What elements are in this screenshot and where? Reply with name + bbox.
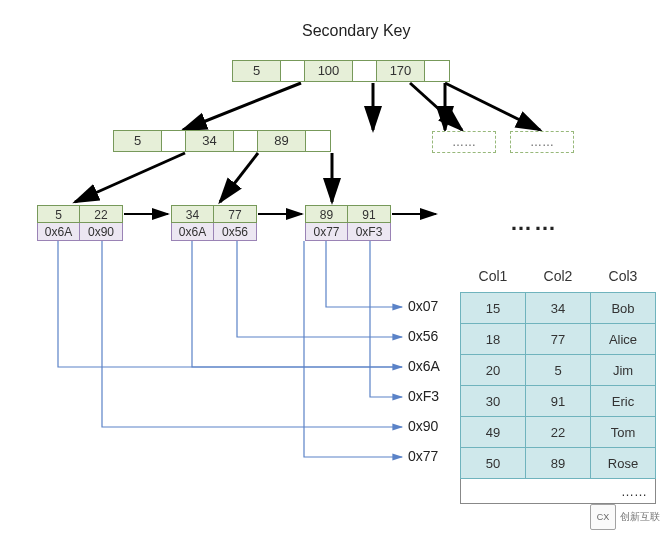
data-table: Col1 Col2 Col3 15 34 Bob 18 77 Alice 20 … bbox=[460, 262, 656, 504]
leaf-ptr: 0x90 bbox=[80, 223, 123, 241]
watermark-text: 创新互联 bbox=[620, 510, 660, 524]
diagram-title: Secondary Key bbox=[302, 22, 411, 40]
table-cell: 30 bbox=[461, 386, 526, 417]
internal-key: 34 bbox=[186, 131, 234, 151]
leaf-key: 34 bbox=[171, 205, 214, 223]
root-key: 100 bbox=[305, 61, 353, 81]
table-cell: 22 bbox=[526, 417, 591, 448]
diagram-canvas: Secondary Key 5 100 170 5 34 89 …… …… 5 … bbox=[0, 0, 664, 534]
internal-ptr bbox=[306, 131, 330, 151]
pointer-label: 0x90 bbox=[408, 418, 438, 434]
table-cell: Bob bbox=[591, 293, 656, 324]
table-cell: 49 bbox=[461, 417, 526, 448]
root-ptr bbox=[353, 61, 377, 81]
pointer-label: 0x56 bbox=[408, 328, 438, 344]
internal-ptr bbox=[162, 131, 186, 151]
pointer-label: 0xF3 bbox=[408, 388, 439, 404]
table-cell: Rose bbox=[591, 448, 656, 479]
table-row: 49 22 Tom bbox=[461, 417, 656, 448]
leaf-ptr: 0x56 bbox=[214, 223, 257, 241]
root-ptr bbox=[425, 61, 449, 81]
internal-key: 89 bbox=[258, 131, 306, 151]
root-key: 170 bbox=[377, 61, 425, 81]
table-cell: 50 bbox=[461, 448, 526, 479]
leaf-key: 91 bbox=[348, 205, 391, 223]
table-cell: 89 bbox=[526, 448, 591, 479]
table-row: 18 77 Alice bbox=[461, 324, 656, 355]
watermark-logo-icon: CX bbox=[590, 504, 616, 530]
watermark: CX 创新互联 bbox=[590, 504, 660, 530]
table-row: 20 5 Jim bbox=[461, 355, 656, 386]
btree-internal-node: 5 34 89 bbox=[113, 130, 331, 152]
leaf-ptr: 0x6A bbox=[171, 223, 214, 241]
svg-line-0 bbox=[183, 83, 301, 130]
table-footer-cell: …… bbox=[461, 479, 656, 504]
table-cell: Alice bbox=[591, 324, 656, 355]
root-key: 5 bbox=[233, 61, 281, 81]
leaf-key: 5 bbox=[37, 205, 80, 223]
table-cell: 5 bbox=[526, 355, 591, 386]
svg-line-5 bbox=[75, 153, 185, 202]
table-row: 30 91 Eric bbox=[461, 386, 656, 417]
leaf-ellipsis: …… bbox=[510, 210, 558, 236]
btree-leaf-node: 5 22 0x6A 0x90 bbox=[37, 205, 123, 241]
leaf-ptr: 0x77 bbox=[305, 223, 348, 241]
table-cell: Eric bbox=[591, 386, 656, 417]
table-cell: 18 bbox=[461, 324, 526, 355]
table-cell: 15 bbox=[461, 293, 526, 324]
table-row: 15 34 Bob bbox=[461, 293, 656, 324]
btree-root-node: 5 100 170 bbox=[232, 60, 450, 82]
internal-ptr bbox=[234, 131, 258, 151]
btree-leaf-node: 34 77 0x6A 0x56 bbox=[171, 205, 257, 241]
btree-node-placeholder: …… bbox=[510, 131, 574, 153]
leaf-key: 77 bbox=[214, 205, 257, 223]
btree-leaf-node: 89 91 0x77 0xF3 bbox=[305, 205, 391, 241]
svg-line-6 bbox=[220, 153, 258, 202]
leaf-key: 22 bbox=[80, 205, 123, 223]
svg-line-3 bbox=[410, 83, 462, 130]
svg-line-4 bbox=[445, 83, 540, 130]
table-cell: Tom bbox=[591, 417, 656, 448]
pointer-label: 0x6A bbox=[408, 358, 440, 374]
root-ptr bbox=[281, 61, 305, 81]
table-header: Col1 bbox=[461, 262, 526, 293]
pointer-label: 0x77 bbox=[408, 448, 438, 464]
table-cell: 91 bbox=[526, 386, 591, 417]
internal-key: 5 bbox=[114, 131, 162, 151]
table-cell: 20 bbox=[461, 355, 526, 386]
table-header: Col3 bbox=[591, 262, 656, 293]
table-footer-row: …… bbox=[461, 479, 656, 504]
table-header: Col2 bbox=[526, 262, 591, 293]
table-cell: Jim bbox=[591, 355, 656, 386]
leaf-ptr: 0xF3 bbox=[348, 223, 391, 241]
leaf-key: 89 bbox=[305, 205, 348, 223]
pointer-label: 0x07 bbox=[408, 298, 438, 314]
leaf-ptr: 0x6A bbox=[37, 223, 80, 241]
table-cell: 34 bbox=[526, 293, 591, 324]
table-cell: 77 bbox=[526, 324, 591, 355]
table-row: 50 89 Rose bbox=[461, 448, 656, 479]
btree-node-placeholder: …… bbox=[432, 131, 496, 153]
